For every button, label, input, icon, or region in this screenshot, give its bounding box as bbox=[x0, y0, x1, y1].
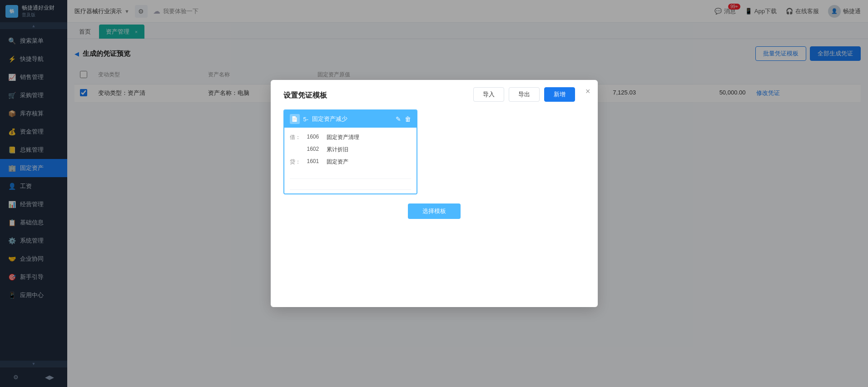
entry-code-0: 1606 bbox=[307, 134, 323, 141]
template-title-area: 📄 5-固定资产减少 bbox=[290, 114, 348, 124]
template-entry-2: 贷： 1601 固定资产 bbox=[284, 156, 417, 168]
select-template-area: 选择模板 bbox=[283, 203, 585, 219]
export-btn[interactable]: 导出 bbox=[509, 87, 540, 102]
template-empty-rows bbox=[284, 168, 417, 190]
dialog-close-btn[interactable]: × bbox=[585, 87, 590, 95]
template-entry-0: 借： 1606 固定资产清理 bbox=[284, 131, 417, 144]
empty-row-1 bbox=[290, 168, 411, 179]
template-edit-btn[interactable]: ✎ bbox=[396, 115, 401, 123]
entry-name-0: 固定资产清理 bbox=[327, 134, 411, 141]
template-card-actions: ✎ 🗑 bbox=[396, 115, 411, 123]
modal-overlay[interactable]: 设置凭证模板 导入 导出 新增 × 📄 5-固定资产减少 ✎ 🗑 借： bbox=[0, 0, 868, 387]
new-template-btn[interactable]: 新增 bbox=[544, 87, 575, 102]
dialog-action-buttons: 导入 导出 新增 bbox=[473, 87, 575, 102]
entry-side-1 bbox=[290, 146, 303, 154]
select-template-btn[interactable]: 选择模板 bbox=[408, 203, 461, 219]
dialog: 设置凭证模板 导入 导出 新增 × 📄 5-固定资产减少 ✎ 🗑 借： bbox=[271, 80, 598, 307]
entry-name-1: 累计折旧 bbox=[327, 146, 411, 154]
template-doc-icon: 📄 bbox=[290, 114, 300, 124]
empty-row-2 bbox=[290, 179, 411, 190]
template-card: 📄 5-固定资产减少 ✎ 🗑 借： 1606 固定资产清理 1602 累计折旧 bbox=[283, 109, 417, 194]
entry-code-1: 1602 bbox=[307, 146, 323, 154]
entry-side-0: 借： bbox=[290, 134, 303, 141]
template-card-header: 📄 5-固定资产减少 ✎ 🗑 bbox=[284, 110, 417, 128]
template-card-body: 借： 1606 固定资产清理 1602 累计折旧 贷： 1601 固定资产 bbox=[284, 128, 417, 194]
template-entry-1: 1602 累计折旧 bbox=[284, 144, 417, 156]
entry-side-2: 贷： bbox=[290, 158, 303, 166]
import-btn[interactable]: 导入 bbox=[473, 87, 504, 102]
template-id: 5- bbox=[303, 116, 309, 123]
entry-code-2: 1601 bbox=[307, 158, 323, 166]
template-delete-btn[interactable]: 🗑 bbox=[405, 115, 411, 123]
entry-name-2: 固定资产 bbox=[327, 158, 411, 166]
template-name: 固定资产减少 bbox=[312, 115, 347, 123]
